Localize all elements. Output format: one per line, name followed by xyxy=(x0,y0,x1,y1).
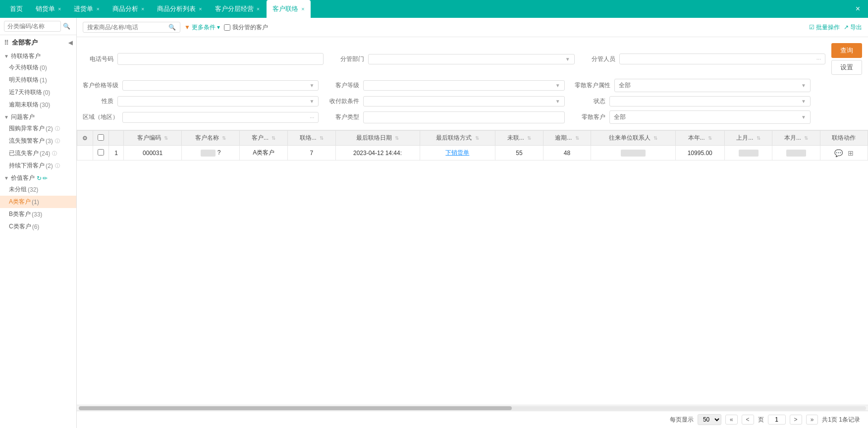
row-checkbox-input[interactable] xyxy=(98,149,104,156)
sidebar-item-tomorrow[interactable]: 明天待联络 (1) xyxy=(0,74,76,86)
sidebar-item-b-class[interactable]: B类客户 (33) xyxy=(0,208,76,220)
info-icon-4[interactable]: ⓘ xyxy=(55,162,60,169)
col-overdue[interactable]: 逾期... ⇅ xyxy=(543,131,591,146)
sidebar-item-a-class[interactable]: A类客户 (1) xyxy=(0,196,76,208)
main-search-input[interactable] xyxy=(87,24,166,31)
sidebar-item-ungrouped[interactable]: 未分组 (32) xyxy=(0,183,76,196)
table-header-row: ⚙ 客户编码 ⇅ 客户名称 ⇅ xyxy=(77,131,868,146)
sidebar-item-7days[interactable]: 近7天待联络 (0) xyxy=(0,86,76,99)
section-pending-contact[interactable]: ▼ 待联络客户 xyxy=(0,50,76,61)
select-all-checkbox[interactable] xyxy=(98,134,104,141)
settings-button[interactable]: 设置 xyxy=(831,60,862,75)
filter-customer-type-input[interactable] xyxy=(363,111,564,123)
filter-nature-select[interactable]: ▼ xyxy=(117,96,319,107)
row-last-contact-method[interactable]: 下销货单 xyxy=(420,146,495,160)
info-icon-1[interactable]: ⓘ xyxy=(55,125,60,132)
filter-dept-select[interactable]: ▼ xyxy=(368,54,574,64)
next-page-btn[interactable]: > xyxy=(790,415,802,425)
col-customer-type[interactable]: 客户... ⇅ xyxy=(240,131,288,146)
main-search-icon[interactable]: 🔍 xyxy=(168,24,176,31)
value-customer-refresh-icon[interactable]: ↻ xyxy=(37,175,42,182)
table-footer: 每页显示 50 « < 页 > » 共1页 1条记录 xyxy=(77,411,868,428)
sidebar-search-icon[interactable]: 🔍 xyxy=(63,23,70,30)
horizontal-scrollbar[interactable] xyxy=(77,405,868,411)
row-last-contact-date: 2023-04-12 14:44: xyxy=(335,146,420,160)
col-customer-code[interactable]: 客户编码 ⇅ xyxy=(124,131,182,146)
row-actions: 💬 ⊞ xyxy=(820,146,868,160)
col-customer-name[interactable]: 客户名称 ⇅ xyxy=(182,131,240,146)
col-this-year[interactable]: 本年... ⇅ xyxy=(675,131,724,146)
sidebar-item-declining[interactable]: 持续下滑客户 (2) ⓘ xyxy=(0,160,76,172)
filter-customer-type-label: 客户类型 xyxy=(328,113,363,121)
tab-customer-contact[interactable]: 客户联络 × xyxy=(267,0,310,18)
export-link[interactable]: ↗ 导出 xyxy=(844,23,862,32)
my-customer-checkbox[interactable] xyxy=(224,24,230,31)
filter-manager-input[interactable]: ··· xyxy=(619,54,825,64)
page-input[interactable] xyxy=(768,415,786,425)
sort-icon-last-month: ⇅ xyxy=(757,135,760,141)
tab-sales-order[interactable]: 销货单 × xyxy=(30,0,67,18)
tab-product-analysis[interactable]: 商品分析 × xyxy=(107,0,150,18)
sidebar-item-churned[interactable]: 已流失客户 (24) ⓘ xyxy=(0,147,76,160)
tab-purchase-order[interactable]: 进货单 × xyxy=(68,0,105,18)
section-problem-customers[interactable]: ▼ 问题客户 xyxy=(0,111,76,122)
info-icon-3[interactable]: ⓘ xyxy=(52,150,57,157)
col-this-month[interactable]: 本月... ⇅ xyxy=(772,131,820,146)
prev-page-btn[interactable]: < xyxy=(742,415,754,425)
sidebar-item-churn-warning[interactable]: 流失预警客户 (3) ⓘ xyxy=(0,135,76,147)
col-last-contact-date[interactable]: 最后联络日期 ⇅ xyxy=(335,131,420,146)
all-customers-header[interactable]: ⠿ 全部客户 ◀ xyxy=(0,35,76,50)
col-last-contact-method[interactable]: 最后联络方式 ⇅ xyxy=(420,131,495,146)
col-last-month[interactable]: 上月... ⇅ xyxy=(724,131,772,146)
comment-action-icon[interactable]: 💬 xyxy=(834,149,843,157)
scrollbar-track[interactable] xyxy=(79,406,866,410)
sidebar-search-input[interactable] xyxy=(4,21,61,32)
batch-op-link[interactable]: ☑ 批量操作 xyxy=(809,23,840,32)
sidebar-item-hoarding[interactable]: 囤购异常客户 (2) ⓘ xyxy=(0,122,76,135)
sort-icon-code: ⇅ xyxy=(164,135,168,141)
tab-close-product-list[interactable]: × xyxy=(199,6,202,12)
sidebar-item-overdue[interactable]: 逾期未联络 (30) xyxy=(0,99,76,111)
info-icon-2[interactable]: ⓘ xyxy=(55,138,60,145)
tab-close-product[interactable]: × xyxy=(141,6,144,12)
tab-close-segmentation[interactable]: × xyxy=(257,6,260,12)
tab-close-contact[interactable]: × xyxy=(301,6,304,12)
filter-status-select[interactable]: ▼ xyxy=(609,96,811,107)
filter-row-2: 客户价格等级 ▼ 客户等级 ▼ 零散客户属性 全部▼ xyxy=(83,77,862,94)
page-size-select[interactable]: 50 xyxy=(698,414,721,425)
filter-payment-terms-select[interactable]: ▼ xyxy=(363,96,564,107)
scrollbar-thumb[interactable] xyxy=(79,406,512,410)
blurred-company xyxy=(621,150,646,157)
sort-icon-method: ⇅ xyxy=(475,135,479,141)
col-gear[interactable]: ⚙ xyxy=(77,131,93,146)
filter-customer-level-select[interactable]: ▼ xyxy=(363,80,564,91)
filter-retail-customer: 零散客户 全部▼ xyxy=(575,110,811,124)
tab-home[interactable]: 首页 xyxy=(4,0,29,18)
col-no-contact[interactable]: 未联... ⇅ xyxy=(495,131,543,146)
filter-price-level-select[interactable]: ▼ xyxy=(122,80,319,91)
tab-customer-segmentation[interactable]: 客户分层经营 × xyxy=(209,0,266,18)
close-all-btn[interactable]: × xyxy=(852,4,864,13)
filter-phone-input[interactable] xyxy=(117,53,324,65)
tab-close-sales[interactable]: × xyxy=(58,6,61,12)
filter-nature: 性质 ▼ xyxy=(83,96,319,107)
filter-retail-attr-select[interactable]: 全部▼ xyxy=(614,79,811,92)
first-page-btn[interactable]: « xyxy=(725,415,738,425)
row-customer-type: A类客户 xyxy=(240,146,288,160)
grid-action-icon[interactable]: ⊞ xyxy=(848,149,854,157)
last-page-btn[interactable]: » xyxy=(806,415,818,425)
more-filter-btn[interactable]: ▼ 更多条件 ▾ xyxy=(184,23,220,32)
collapse-icon[interactable]: ◀ xyxy=(68,40,72,46)
value-customer-edit-icon[interactable]: ✏ xyxy=(43,175,48,182)
sidebar-item-c-class[interactable]: C类客户 (6) xyxy=(0,220,76,233)
col-company-contact[interactable]: 往来单位联系人 ⇅ xyxy=(591,131,675,146)
filter-retail-customer-select[interactable]: 全部▼ xyxy=(609,110,811,124)
filter-region-input[interactable]: ··· xyxy=(122,112,319,123)
col-contact[interactable]: 联络... ⇅ xyxy=(287,131,335,146)
sidebar-item-today[interactable]: 今天待联络 (0) xyxy=(0,61,76,74)
section-value-customers[interactable]: ▼ 价值客户 ↻ ✏ xyxy=(0,172,76,183)
table-wrap: ⚙ 客户编码 ⇅ 客户名称 ⇅ xyxy=(77,130,868,405)
tab-close-purchase[interactable]: × xyxy=(96,6,99,12)
tab-product-analysis-list[interactable]: 商品分析列表 × xyxy=(151,0,208,18)
query-button[interactable]: 查询 xyxy=(831,43,862,58)
